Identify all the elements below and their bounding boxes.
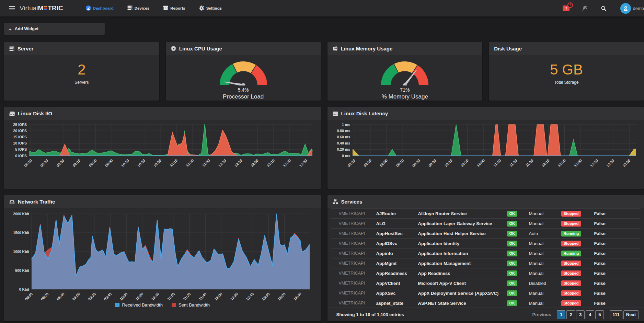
status-badge: Stopped bbox=[561, 280, 581, 286]
mute-notifications-button[interactable] bbox=[582, 5, 588, 11]
pagination-next[interactable]: Next bbox=[623, 310, 639, 319]
user-avatar[interactable] bbox=[620, 3, 631, 14]
svg-text:11:50: 11:50 bbox=[525, 158, 534, 168]
service-delayed-start: False bbox=[594, 301, 641, 306]
pagination-previous[interactable]: Previous bbox=[532, 312, 551, 317]
service-row[interactable]: VMETRICAPIaspnet_stateASP.NET State Serv… bbox=[331, 298, 641, 308]
nav-label: Devices bbox=[135, 6, 149, 10]
cubes-icon bbox=[333, 199, 338, 204]
legend-item[interactable]: Sent Bandwidth bbox=[172, 302, 210, 308]
legend-item[interactable]: Received Bandwidth bbox=[115, 302, 163, 308]
entries-summary: Showing 1 to 10 of 1,103 entries bbox=[336, 312, 404, 317]
nav-item-settings[interactable]: Settings bbox=[192, 0, 229, 16]
nav-item-reports[interactable]: Reports bbox=[156, 0, 192, 16]
svg-text:08:05: 08:05 bbox=[24, 292, 34, 301]
pagination: Previous12345...111Next bbox=[532, 310, 639, 319]
server-card-header: Server bbox=[4, 42, 159, 55]
service-health-cell: OK bbox=[507, 300, 529, 306]
memory-card-header: Linux Memory Usage bbox=[327, 42, 483, 55]
service-name: Appinfo bbox=[376, 251, 418, 256]
service-name: AppVClient bbox=[376, 281, 418, 286]
svg-text:0 Kbit: 0 Kbit bbox=[19, 287, 30, 291]
nav-item-dashboard[interactable]: Dashboard bbox=[79, 0, 120, 16]
health-badge: OK bbox=[507, 251, 518, 256]
svg-text:11:05: 11:05 bbox=[166, 292, 176, 301]
service-row[interactable]: VMETRICAPIAppHostSvcApplication Host Hel… bbox=[331, 228, 641, 238]
service-host: VMETRICAPI bbox=[339, 291, 376, 296]
pagination-page-111[interactable]: 111 bbox=[610, 310, 622, 319]
status-badge: Stopped bbox=[561, 270, 581, 276]
service-startup-type: Manual bbox=[529, 301, 561, 306]
svg-text:12:45: 12:45 bbox=[245, 292, 255, 301]
health-badge: OK bbox=[507, 270, 518, 276]
svg-text:13:10: 13:10 bbox=[589, 158, 599, 168]
logo-text-m: M bbox=[38, 4, 44, 12]
svg-text:08:45: 08:45 bbox=[56, 292, 65, 301]
server-stack-icon bbox=[9, 46, 14, 51]
pagination-page-1[interactable]: 1 bbox=[557, 310, 565, 319]
service-row[interactable]: VMETRICAPIAppMgmtApplication ManagementO… bbox=[331, 258, 641, 268]
disk-io-card: Linux Disk I/O 0 IOPS5 IOPS10 IOPS15 IOP… bbox=[4, 107, 321, 189]
service-delayed-start: False bbox=[594, 261, 641, 266]
search-button[interactable] bbox=[601, 6, 606, 11]
notifications-button[interactable]: 7 ! bbox=[563, 5, 570, 11]
add-widget-label: Add Widget bbox=[15, 26, 38, 31]
card-title: Server bbox=[18, 46, 34, 51]
svg-text:12:10: 12:10 bbox=[541, 158, 550, 168]
network-traffic-card: Network Traffic 0 Kbit500 Kbit1000 Kbit1… bbox=[4, 195, 321, 321]
devices-server-icon bbox=[127, 5, 133, 11]
svg-text:08:50: 08:50 bbox=[379, 158, 388, 168]
network-traffic-chart: 0 Kbit500 Kbit1000 Kbit1500 Kbit2000 Kbi… bbox=[4, 208, 321, 302]
network-legend: Received BandwidthSent Bandwidth bbox=[4, 302, 321, 308]
svg-text:0.60 ms: 0.60 ms bbox=[337, 135, 350, 139]
service-row[interactable]: VMETRICAPIALGApplication Layer Gateway S… bbox=[331, 218, 641, 228]
top-navbar: VirtualMTRIC Dashboard Devices Reports S… bbox=[0, 0, 644, 16]
svg-text:13:25: 13:25 bbox=[277, 292, 286, 301]
service-row[interactable]: VMETRICAPIAppReadinessApp ReadinessOKMan… bbox=[331, 268, 641, 278]
legend-label: Received Bandwidth bbox=[122, 302, 163, 308]
service-health-cell: OK bbox=[507, 221, 529, 227]
search-icon bbox=[601, 6, 606, 11]
username-label[interactable]: demo bbox=[633, 6, 644, 11]
service-health-cell: OK bbox=[507, 261, 529, 266]
service-host: VMETRICAPI bbox=[339, 301, 376, 305]
service-row[interactable]: VMETRICAPIAppIDSvcApplication IdentityOK… bbox=[331, 238, 641, 248]
dashboard-content: + Add Widget Server 2 Servers Linux CPU … bbox=[0, 16, 644, 321]
svg-text:12:50: 12:50 bbox=[250, 158, 260, 168]
service-host: VMETRICAPI bbox=[339, 241, 376, 246]
service-row[interactable]: VMETRICAPIAJRouterAllJoyn Router Service… bbox=[331, 208, 641, 218]
service-row[interactable]: VMETRICAPIAppXSvcAppX Deployment Service… bbox=[331, 288, 641, 298]
service-status-cell: Stopped bbox=[561, 270, 594, 276]
pagination-page-3[interactable]: 3 bbox=[576, 310, 585, 319]
cpu-gauge bbox=[216, 58, 271, 85]
service-startup-type: Disabled bbox=[529, 281, 561, 286]
service-startup-type: Manual bbox=[529, 261, 561, 266]
service-row[interactable]: VMETRICAPIAppVClientMicrosoft App-V Clie… bbox=[331, 278, 641, 288]
service-row[interactable]: VMETRICAPIAppinfoApplication Information… bbox=[331, 248, 641, 258]
menu-toggle-icon[interactable] bbox=[9, 5, 15, 11]
brand-logo: VirtualMTRIC bbox=[20, 4, 63, 12]
disk-io-card-header: Linux Disk I/O bbox=[4, 107, 321, 120]
svg-text:10 IOPS: 10 IOPS bbox=[13, 141, 27, 145]
card-title: Services bbox=[341, 199, 363, 205]
service-host: VMETRICAPI bbox=[339, 211, 376, 216]
svg-text:12:30: 12:30 bbox=[557, 158, 566, 168]
pagination-page-2[interactable]: 2 bbox=[566, 310, 575, 319]
svg-text:1 ms: 1 ms bbox=[342, 123, 350, 127]
pagination-page-4[interactable]: 4 bbox=[586, 310, 594, 319]
logo-text-virtual: Virtual bbox=[20, 4, 38, 12]
pagination-page-5[interactable]: 5 bbox=[595, 310, 604, 319]
cpu-card-body: 5,4% Processor Load bbox=[166, 55, 321, 100]
service-status-cell: Stopped bbox=[561, 221, 594, 227]
memory-gauge-label: % Memory Usage bbox=[382, 93, 428, 100]
svg-text:1500 Kbit: 1500 Kbit bbox=[13, 231, 29, 235]
add-widget-button[interactable]: + Add Widget bbox=[4, 23, 105, 35]
health-badge: OK bbox=[507, 221, 518, 227]
memory-card-body: 71% % Memory Usage bbox=[327, 55, 483, 100]
card-title: Linux CPU Usage bbox=[179, 46, 222, 51]
memory-chip-icon bbox=[333, 46, 338, 51]
svg-text:0 ms: 0 ms bbox=[342, 154, 350, 158]
svg-text:1000 Kbit: 1000 Kbit bbox=[13, 250, 29, 254]
nav-item-devices[interactable]: Devices bbox=[120, 0, 156, 16]
service-name: AppIDSvc bbox=[376, 241, 418, 246]
